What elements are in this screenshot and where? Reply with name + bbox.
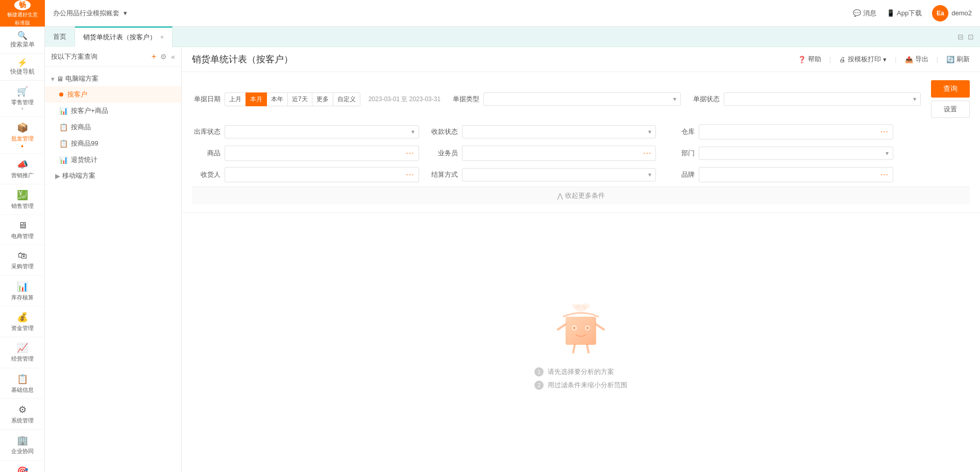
scheme-return-stats[interactable]: 📊 退货统计 [45,152,181,168]
bill-type-select[interactable]: ▾ [483,92,680,106]
scheme-by-customer-product[interactable]: 📊 按客户+商品 [45,103,181,119]
out-status-chevron: ▾ [411,128,414,135]
system-icon: ⚙ [18,404,27,415]
brand-dots: ··· [880,170,889,179]
payment-status-chevron: ▾ [648,128,651,135]
sidebar-item-guide[interactable]: 🎯 新手引导 [0,461,44,472]
collapse-icon: ⋀ [557,192,563,200]
purchase-icon: 🛍 [18,250,27,261]
sidebar-item-system[interactable]: ⚙ 系统管理 [0,399,44,430]
print-dropdown-icon: ▾ [883,56,887,63]
help-button[interactable]: ❓ 帮助 [798,55,821,64]
date-btn-this-year[interactable]: 本年 [266,92,288,106]
department-select[interactable]: ▾ [699,147,893,160]
empty-tip-1: 1 请先选择要分析的方案 [534,365,627,379]
refresh-icon: 🔄 [946,56,954,63]
app-download-button[interactable]: 📱 App下载 [887,9,922,18]
date-btn-more[interactable]: 更多 [312,92,333,106]
date-filter: 上月 本月 本年 近7天 更多 自定义 [225,92,360,106]
scheme-by-product[interactable]: 📋 按商品 [45,119,181,135]
product-select[interactable]: ··· [225,146,419,161]
sales-icon: 💹 [17,190,28,201]
sidebar-item-purchase[interactable]: 🛍 采购管理 [0,245,44,275]
topbar-title: 办公用品行业模拟账套 [53,9,119,18]
scheme-by-customer[interactable]: 按客户 [45,86,181,103]
print-icon: 🖨 [839,56,846,63]
tab-home[interactable]: 首页 [45,27,75,47]
svg-line-8 [587,345,589,352]
page-header: 销货单统计表（按客户） ❓ 帮助 | 🖨 按模板打印 ▾ | 📤 [182,47,980,72]
message-button[interactable]: 💬 消息 [853,9,876,18]
list2-icon: 📋 [59,139,68,148]
app-logo[interactable]: 畅 畅捷通好生意 标准版 [0,0,45,27]
consignee-select[interactable]: ··· [225,167,419,182]
left-panel-title: 按以下方案查询 [51,52,97,61]
out-status-select[interactable]: ▾ [225,125,419,138]
date-range: 2023-03-01 至 2023-03-31 [369,95,440,104]
sidebar-item-basic[interactable]: 📋 基础信息 [0,368,44,399]
sidebar-item-enterprise[interactable]: 🏢 企业协同 [0,430,44,460]
sidebar-item-marketing[interactable]: 📣 营销推广 [0,154,44,184]
department-chevron: ▾ [886,150,889,157]
payment-method-chevron: ▾ [648,171,651,178]
user-profile-button[interactable]: Ea demo2 [932,5,972,21]
warehouse-select[interactable]: ··· [699,124,893,139]
marketing-icon: 📣 [17,159,28,170]
payment-status-select[interactable]: ▾ [462,125,656,138]
sidebar-item-retail[interactable]: 🛒 零售管理 ▾ [0,81,44,117]
download-icon: 📱 [887,9,895,17]
maximize-icon[interactable]: ⊡ [968,33,974,41]
sidebar-item-sales[interactable]: 💹 销售管理 [0,184,44,215]
sidebar-search[interactable]: 🔍 搜索菜单 [0,27,44,54]
refresh-button[interactable]: 🔄 刷新 [946,55,970,64]
scheme-by-product-99[interactable]: 📋 按商品99 [45,135,181,152]
left-panel: 按以下方案查询 + ⚙ « ▾ 🖥 电脑端方案 [45,47,182,472]
page-header-actions: ❓ 帮助 | 🖨 按模板打印 ▾ | 📤 导出 | [798,55,970,64]
date-btn-7days[interactable]: 近7天 [287,92,312,106]
sidebar-item-inventory[interactable]: 📊 库存核算 [0,276,44,306]
enterprise-icon: 🏢 [17,435,28,446]
desktop-group-header[interactable]: ▾ 🖥 电脑端方案 [45,71,181,86]
sidebar-item-wholesale[interactable]: 📦 批发管理 ▴ [0,117,44,153]
tabbar: 首页 销货单统计表（按客户） × ⊟ ⊡ [45,27,980,47]
bill-type-chevron: ▾ [673,96,676,103]
consignee-dots: ··· [406,170,414,179]
topbar-dropdown[interactable]: ▾ [124,9,127,17]
settings-button[interactable]: 设置 [931,101,970,118]
add-scheme-button[interactable]: + [152,52,156,61]
monitor-icon: 🖥 [57,75,63,83]
date-btn-this-month[interactable]: 本月 [246,92,267,106]
sidebar-item-operations[interactable]: 📈 经营管理 [0,337,44,368]
svg-point-4 [586,326,589,329]
operations-icon: 📈 [17,342,28,353]
collapse-panel-button[interactable]: « [171,53,175,61]
logo-icon: 畅 [14,0,31,10]
salesperson-dots: ··· [643,149,651,158]
bill-status-select[interactable]: ▾ [724,92,921,106]
left-panel-actions: + ⚙ « [152,52,175,61]
query-button[interactable]: 查询 [931,80,970,98]
brand-select[interactable]: ··· [699,167,893,182]
mobile-group-header[interactable]: ▶ 移动端方案 [45,168,181,183]
date-btn-custom[interactable]: 自定义 [333,92,360,106]
consignee-label: 收货人 [192,170,220,179]
export-button[interactable]: 📤 导出 [905,55,928,64]
sidebar-item-finance[interactable]: 💰 资金管理 [0,306,44,337]
tab-sales-stat[interactable]: 销货单统计表（按客户） × [75,27,173,47]
salesperson-select[interactable]: ··· [462,146,656,161]
minimize-icon[interactable]: ⊟ [958,33,964,41]
sidebar: 畅 畅捷通好生意 标准版 🔍 搜索菜单 ⚡ 快捷导航 🛒 零售管理 ▾ 📦 批发… [0,0,45,472]
salesperson-label: 业务员 [429,149,458,158]
tab-close-icon[interactable]: × [160,34,164,41]
bill-type-label: 单据类型 [451,95,479,104]
sidebar-item-ecommerce[interactable]: 🖥 电商管理 [0,215,44,245]
payment-method-select[interactable]: ▾ [462,168,656,181]
settings-scheme-button[interactable]: ⚙ [160,53,167,61]
left-panel-header: 按以下方案查询 + ⚙ « [45,47,181,67]
collapse-filter-button[interactable]: ⋀ 收起更多条件 [192,186,970,204]
print-button[interactable]: 🖨 按模板打印 ▾ [839,55,887,64]
date-btn-last-month[interactable]: 上月 [225,92,246,106]
sidebar-quicknav[interactable]: ⚡ 快捷导航 [0,54,44,81]
chart-icon: 📊 [59,107,68,115]
empty-state: 1 请先选择要分析的方案 2 用过滤条件来缩小分析范围 [182,213,980,472]
